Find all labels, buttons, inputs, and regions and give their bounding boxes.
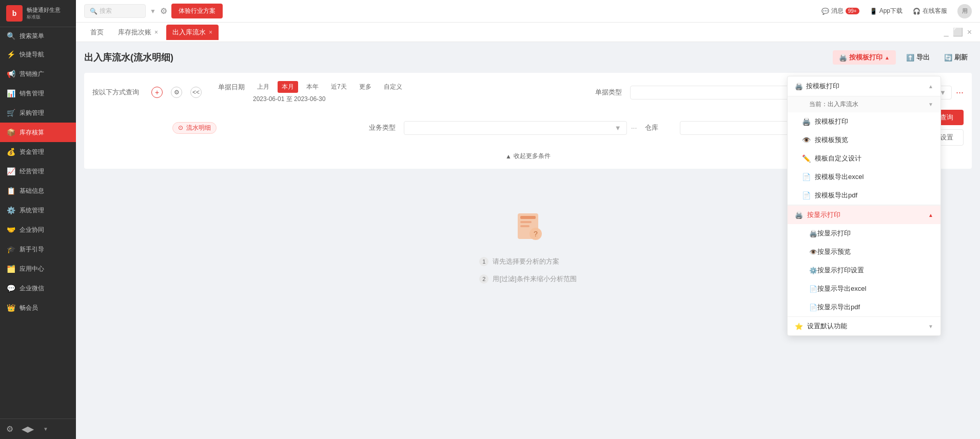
sidebar-item-finance[interactable]: 💰 资金管理 bbox=[0, 142, 76, 162]
template-custom-icon: ✏️ bbox=[802, 154, 811, 163]
collapse-label: 收起更多条件 bbox=[514, 152, 551, 161]
date-opt-7days[interactable]: 近7天 bbox=[327, 81, 351, 93]
date-opt-current-year[interactable]: 本年 bbox=[302, 81, 323, 93]
doc-type-more-icon[interactable]: ··· bbox=[956, 87, 964, 98]
dropdown-item-display-print-settings[interactable]: ⚙️ 按显示打印设置 bbox=[788, 261, 940, 280]
svg-rect-3 bbox=[520, 225, 530, 227]
company-name: 畅捷通好生意 bbox=[27, 6, 61, 14]
filter-add-button[interactable]: + bbox=[151, 87, 163, 98]
flow-detail-tag[interactable]: ⊙ 流水明细 bbox=[172, 122, 217, 134]
collapse-sidebar-icon[interactable]: ◀▶ bbox=[22, 424, 34, 434]
display-print-section-icon: 🖨️ bbox=[795, 211, 803, 219]
sidebar-item-basic[interactable]: 📋 基础信息 bbox=[0, 181, 76, 201]
refresh-button[interactable]: 🔄 刷新 bbox=[940, 51, 972, 64]
filter-settings-button[interactable]: ⚙ bbox=[171, 87, 182, 98]
display-preview-icon: 👁️ bbox=[809, 248, 817, 256]
minimize-icon[interactable]: _ bbox=[944, 28, 949, 37]
dropdown-item-display-print[interactable]: 🖨️ 按显示打印 bbox=[788, 224, 940, 243]
template-preview-icon: 👁️ bbox=[802, 136, 811, 144]
refresh-label: 刷新 bbox=[954, 53, 968, 62]
sidebar-item-purchase[interactable]: 🛒 采购管理 bbox=[0, 103, 76, 123]
sidebar-item-inventory[interactable]: 📦 库存核算 bbox=[0, 123, 76, 142]
sidebar-item-inventory-label: 库存核算 bbox=[19, 128, 44, 137]
date-opt-current-month[interactable]: 本月 bbox=[278, 81, 298, 93]
tab-flow-close[interactable]: × bbox=[209, 29, 212, 36]
sidebar-item-member[interactable]: 👑 畅会员 bbox=[0, 298, 76, 317]
maximize-icon[interactable]: ⬜ bbox=[953, 27, 963, 37]
export-icon: ⬆️ bbox=[906, 54, 914, 62]
guide-icon: 🎓 bbox=[6, 245, 15, 254]
sidebar-item-system[interactable]: ⚙️ 系统管理 bbox=[0, 201, 76, 220]
collapse-icon: ▲ bbox=[505, 153, 512, 160]
sidebar-item-search[interactable]: 🔍 搜索菜单 bbox=[0, 27, 76, 45]
warehouse-label: 仓库 bbox=[645, 123, 676, 132]
template-print-item-icon: 🖨️ bbox=[802, 117, 811, 126]
sidebar-item-finance-label: 资金管理 bbox=[19, 148, 44, 156]
display-excel-label: 按显示导出excel bbox=[817, 284, 866, 293]
close-icon[interactable]: × bbox=[967, 28, 972, 37]
sidebar-item-app-center[interactable]: 🗂️ 应用中心 bbox=[0, 259, 76, 278]
filter-collapse-button[interactable]: << bbox=[190, 87, 202, 98]
svg-rect-1 bbox=[520, 216, 536, 219]
template-preview-label: 按模板预览 bbox=[815, 135, 848, 145]
template-print-dropdown: 🖨️ 按模板打印 ▲ 当前：出入库流水 ▼ 🖨️ 按模板打印 bbox=[787, 76, 941, 336]
tab-flow[interactable]: 出入库流水 × bbox=[166, 25, 219, 40]
tab-home[interactable]: 首页 bbox=[84, 25, 110, 40]
wechat-icon: 💬 bbox=[6, 284, 15, 293]
dropdown-item-display-preview[interactable]: 👁️ 按显示预览 bbox=[788, 243, 940, 261]
header-search-box[interactable]: 🔍 搜索 bbox=[84, 4, 146, 18]
export-button[interactable]: ⬆️ 导出 bbox=[902, 51, 934, 64]
chevron-down-icon: ▼ bbox=[150, 8, 156, 15]
message-badge: 99+ bbox=[846, 8, 859, 14]
app-download-button[interactable]: 📱 App下载 bbox=[870, 7, 903, 15]
dropdown-item-display-excel[interactable]: 📄 按显示导出excel bbox=[788, 280, 940, 298]
page-title-actions: 🖨️ 按模板打印 ▲ ⬆️ 导出 🔄 刷新 bbox=[833, 50, 972, 65]
dropdown-item-template-preview[interactable]: 👁️ 按模板预览 bbox=[788, 131, 940, 149]
message-button[interactable]: 💬 消息 99+ bbox=[821, 7, 859, 15]
dropdown-item-template-pdf[interactable]: 📄 按模板导出pdf bbox=[788, 186, 940, 205]
scroll-down-icon[interactable]: ▼ bbox=[42, 425, 49, 433]
date-opt-more[interactable]: 更多 bbox=[355, 81, 376, 93]
set-default-icon: ⭐ bbox=[795, 323, 803, 330]
header-left: 🔍 搜索 ▼ ⚙ 体验行业方案 bbox=[84, 4, 223, 18]
business-type-select[interactable]: ▼ bbox=[404, 121, 627, 135]
date-opt-custom[interactable]: 自定义 bbox=[380, 81, 406, 93]
gear-settings-icon[interactable]: ⚙ bbox=[160, 6, 167, 16]
sidebar-item-marketing[interactable]: 📢 营销推广 bbox=[0, 64, 76, 84]
business-type-more-icon[interactable]: ··· bbox=[631, 124, 637, 132]
dropdown-chevron-up: ▲ bbox=[928, 84, 933, 89]
page-title-text: 出入库流水(流水明细) bbox=[84, 51, 173, 64]
display-print-section-header[interactable]: 🖨️ 按显示打印 ▲ bbox=[788, 205, 940, 224]
basic-icon: 📋 bbox=[6, 186, 15, 195]
industry-solution-button[interactable]: 体验行业方案 bbox=[171, 4, 223, 18]
sidebar-item-sales[interactable]: 📊 销售管理 bbox=[0, 84, 76, 103]
sidebar-item-sales-label: 销售管理 bbox=[19, 89, 44, 98]
sidebar-item-enterprise[interactable]: 🤝 企业协同 bbox=[0, 220, 76, 240]
template-excel-icon: 📄 bbox=[802, 173, 811, 181]
settings-bottom-icon[interactable]: ⚙ bbox=[6, 424, 13, 434]
content-area: 出入库流水(流水明细) 🖨️ 按模板打印 ▲ ⬆️ 导出 🔄 bbox=[76, 42, 980, 439]
dropdown-item-template-print[interactable]: 🖨️ 按模板打印 bbox=[788, 112, 940, 131]
sidebar-item-operations[interactable]: 📈 经营管理 bbox=[0, 162, 76, 181]
tab-batch-account-close[interactable]: × bbox=[154, 29, 158, 36]
sidebar-item-wechat[interactable]: 💬 企业微信 bbox=[0, 278, 76, 298]
header: 🔍 搜索 ▼ ⚙ 体验行业方案 💬 消息 99+ 📱 App下载 🎧 bbox=[76, 0, 980, 23]
sidebar-item-quick-nav[interactable]: ⚡ 快捷导航 bbox=[0, 45, 76, 64]
tip-item-1: 1 请先选择要分析的方案 bbox=[479, 255, 576, 268]
online-service-button[interactable]: 🎧 在线客服 bbox=[913, 7, 947, 15]
template-print-button[interactable]: 🖨️ 按模板打印 ▲ bbox=[833, 50, 896, 65]
dropdown-item-display-pdf[interactable]: 📄 按显示导出pdf bbox=[788, 298, 940, 316]
window-controls: _ ⬜ × bbox=[944, 27, 972, 37]
tab-batch-account[interactable]: 库存批次账 × bbox=[112, 25, 164, 40]
set-default-section[interactable]: ⭐ 设置默认功能 ▼ bbox=[788, 317, 940, 335]
dropdown-item-template-custom[interactable]: ✏️ 模板自定义设计 bbox=[788, 149, 940, 168]
message-icon: 💬 bbox=[821, 8, 829, 15]
dropdown-item-template-excel[interactable]: 📄 按模板导出excel bbox=[788, 168, 940, 186]
user-avatar[interactable]: 用 bbox=[957, 4, 972, 18]
template-print-item-label: 按模板打印 bbox=[815, 117, 848, 126]
date-label: 单据日期 bbox=[218, 83, 249, 92]
tip-text-1: 请先选择要分析的方案 bbox=[493, 255, 559, 268]
date-opt-last-month[interactable]: 上月 bbox=[253, 81, 273, 93]
sidebar-item-guide[interactable]: 🎓 新手引导 bbox=[0, 240, 76, 259]
tabs-bar: 首页 库存批次账 × 出入库流水 × _ ⬜ × bbox=[76, 23, 980, 42]
